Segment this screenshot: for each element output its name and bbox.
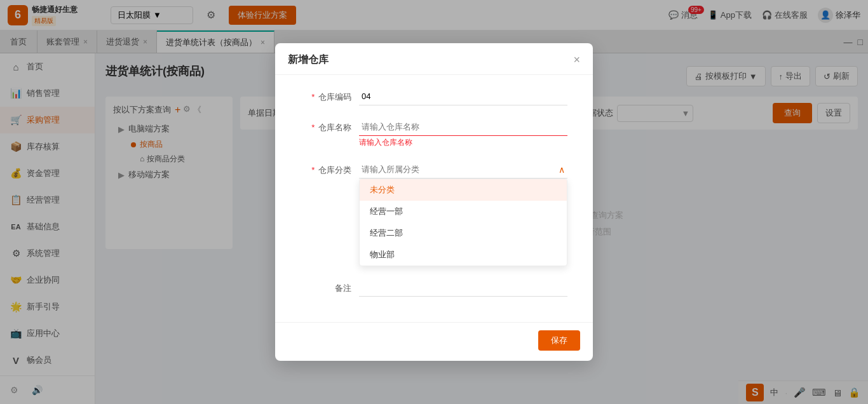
add-warehouse-dialog: 新增仓库 × * 仓库编码 * 仓库名称 请输入仓库名称: [275, 43, 593, 361]
remark-label: 备注: [301, 279, 351, 294]
warehouse-code-label: * 仓库编码: [301, 88, 351, 103]
category-arrow-icon[interactable]: ∧: [559, 165, 565, 175]
category-option-uncategorized[interactable]: 未分类: [360, 179, 567, 201]
warehouse-category-field: ∧ 未分类 经营一部 经营二部 物业部: [359, 161, 567, 266]
warehouse-name-label: * 仓库名称: [301, 118, 351, 133]
warehouse-name-row: * 仓库名称 请输入仓库名称: [301, 118, 567, 148]
save-button[interactable]: 保存: [538, 330, 580, 351]
category-option-property[interactable]: 物业部: [360, 244, 567, 266]
warehouse-code-row: * 仓库编码: [301, 88, 567, 105]
warehouse-name-error: 请输入仓库名称: [359, 137, 567, 148]
warehouse-category-row: * 仓库分类 ∧ 未分类 经营一部 经营二部 物业部: [301, 161, 567, 266]
warehouse-name-input[interactable]: [359, 118, 567, 136]
dialog-footer: 保存: [275, 322, 593, 361]
category-dropdown: 未分类 经营一部 经营二部 物业部: [359, 178, 567, 266]
dialog-header: 新增仓库 ×: [275, 43, 593, 75]
warehouse-category-label: * 仓库分类: [301, 161, 351, 176]
remark-input[interactable]: [359, 279, 567, 297]
category-option-dept2[interactable]: 经营二部: [360, 222, 567, 244]
warehouse-code-input[interactable]: [359, 88, 567, 105]
warehouse-category-select-wrapper: ∧: [359, 161, 567, 178]
warehouse-name-field: 请输入仓库名称: [359, 118, 567, 148]
remark-row: 备注: [301, 279, 567, 297]
warehouse-category-input[interactable]: [359, 161, 567, 178]
dialog-close-icon[interactable]: ×: [573, 53, 580, 67]
dialog-body: * 仓库编码 * 仓库名称 请输入仓库名称 * 仓库分类: [275, 75, 593, 322]
remark-field: [359, 279, 567, 297]
category-option-dept1[interactable]: 经营一部: [360, 201, 567, 222]
dialog-title: 新增仓库: [288, 53, 329, 67]
warehouse-code-field: [359, 88, 567, 105]
